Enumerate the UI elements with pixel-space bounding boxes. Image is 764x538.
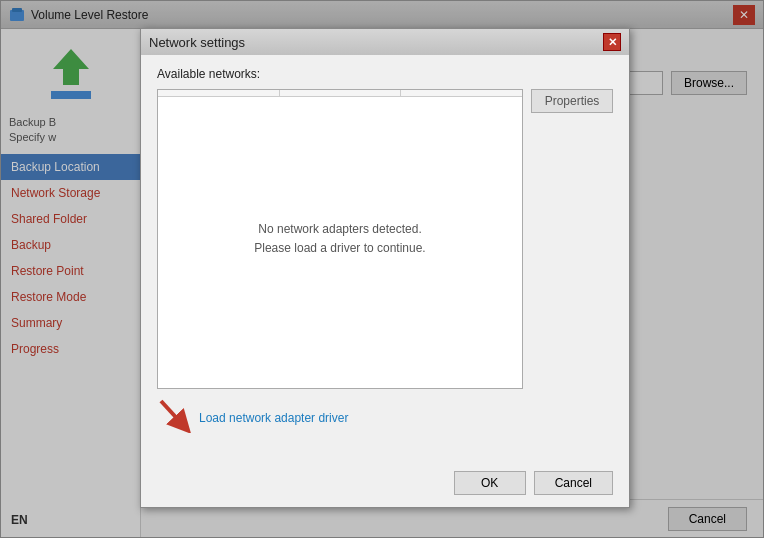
arrow-icon — [157, 397, 193, 439]
network-col-2 — [280, 90, 402, 96]
network-col-3 — [401, 90, 522, 96]
network-col-1 — [158, 90, 280, 96]
properties-button[interactable]: Properties — [531, 89, 613, 113]
load-driver-link[interactable]: Load network adapter driver — [199, 411, 348, 425]
load-driver-section: Load network adapter driver — [157, 397, 613, 439]
modal-ok-button[interactable]: OK — [454, 471, 526, 495]
network-empty-message: No network adapters detected. Please loa… — [240, 220, 440, 258]
svg-line-4 — [161, 401, 183, 425]
network-side-panel: Properties — [523, 89, 613, 389]
network-list: No network adapters detected. Please loa… — [157, 89, 523, 389]
modal-close-button[interactable]: ✕ — [603, 33, 621, 51]
network-settings-dialog: Network settings ✕ Available networks: N… — [140, 28, 630, 508]
modal-titlebar: Network settings ✕ — [141, 29, 629, 55]
modal-footer: OK Cancel — [141, 463, 629, 507]
modal-body: Available networks: No network adapters … — [141, 55, 629, 463]
available-networks-label: Available networks: — [157, 67, 613, 81]
modal-title: Network settings — [149, 35, 603, 50]
networks-container: No network adapters detected. Please loa… — [157, 89, 613, 389]
modal-cancel-button[interactable]: Cancel — [534, 471, 613, 495]
network-list-header — [158, 90, 522, 97]
